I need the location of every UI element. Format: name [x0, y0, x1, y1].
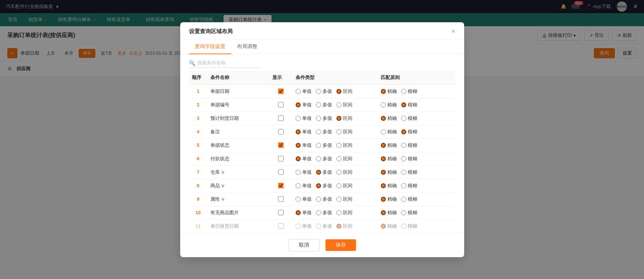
dialog-overlay: 设置查询区域布局 × 查询字段设置 布局调整 🔍 顺序 [0, 0, 644, 76]
search-box: 🔍 [189, 59, 262, 68]
conditions-table: 顺序 条件名称 显示 条件类型 匹配原则 1单据日期单值多值区间精确模糊2单据编… [189, 71, 455, 76]
th-order: 顺序 [189, 71, 208, 76]
th-type: 条件类型 [293, 71, 378, 76]
dialog-header: 设置查询区域布局 × [180, 22, 464, 40]
tab-layout-adjust[interactable]: 布局调整 [231, 40, 263, 54]
dialog-close-button[interactable]: × [451, 28, 455, 35]
th-name: 条件名称 [208, 71, 269, 76]
tab-query-fields[interactable]: 查询字段设置 [189, 40, 231, 54]
dialog-search-area: 🔍 [180, 54, 464, 71]
search-icon: 🔍 [189, 60, 195, 66]
dialog-title: 设置查询区域布局 [189, 28, 233, 35]
dialog-table-wrap: 顺序 条件名称 显示 条件类型 匹配原则 1单据日期单值多值区间精确模糊2单据编… [180, 71, 464, 76]
dialog-tabs: 查询字段设置 布局调整 [180, 40, 464, 54]
th-display: 显示 [269, 71, 293, 76]
search-input[interactable] [197, 60, 256, 66]
settings-dialog: 设置查询区域布局 × 查询字段设置 布局调整 🔍 顺序 [180, 22, 464, 76]
th-match: 匹配原则 [378, 71, 455, 76]
